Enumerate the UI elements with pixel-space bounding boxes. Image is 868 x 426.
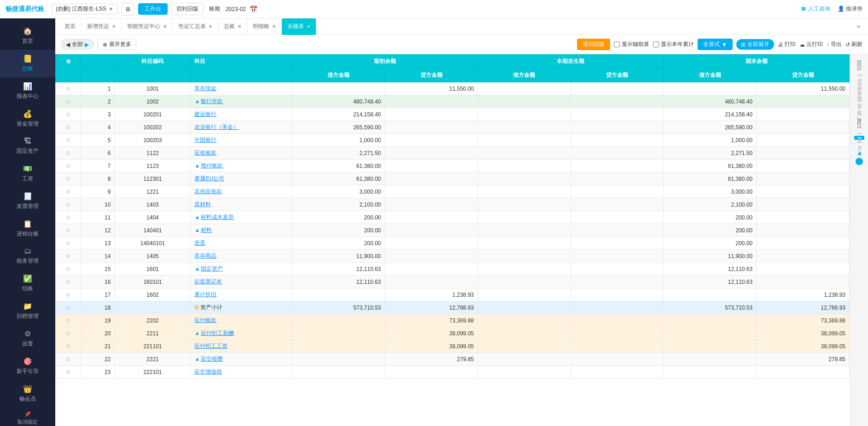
tab-home[interactable]: 首页	[59, 18, 82, 35]
show-aux-checkbox[interactable]: 显示辅助算	[614, 40, 649, 48]
copy-icon[interactable]: ⊞	[122, 3, 134, 16]
consultant-button[interactable]: ☎ 人工咨询	[801, 5, 830, 13]
row-settings-icon[interactable]: ⚙	[56, 173, 81, 185]
month-10[interactable]: 10月	[855, 95, 863, 102]
row-subject[interactable]: 中国银行	[191, 134, 292, 147]
subject-link[interactable]: 材料	[201, 227, 212, 233]
row-subject[interactable]: 赛属EU公司	[191, 173, 292, 185]
refresh-button[interactable]: ↺ 刷新	[845, 40, 862, 48]
sidebar-item-assets[interactable]: 🏗 固定资产	[0, 132, 55, 160]
subject-link[interactable]: 壹蛋	[194, 240, 205, 246]
subject-text[interactable]: 应付账款	[194, 317, 216, 323]
row-settings-icon[interactable]: ⚙	[56, 340, 81, 353]
th-gear[interactable]: ⚙	[56, 55, 81, 69]
show-ytd-checkbox[interactable]: 显示本年累计	[653, 40, 694, 48]
row-settings-icon[interactable]: ⚙	[56, 327, 81, 340]
row-subject[interactable]: 起提票记本	[191, 276, 292, 288]
row-settings-icon[interactable]: ⚙	[56, 314, 81, 327]
row-settings-icon[interactable]: ⚙	[56, 121, 81, 134]
row-subject[interactable]: 壹蛋	[191, 237, 292, 250]
toggle-expand-button[interactable]: ⊞ 全部展开	[736, 39, 774, 50]
tab-new-voucher-close[interactable]: ✕	[112, 24, 116, 29]
cloud-print-button[interactable]: ☁ 云打印	[799, 40, 823, 48]
month-6[interactable]: 6月	[855, 78, 863, 82]
row-settings-icon[interactable]: ⚙	[56, 108, 81, 121]
tab-smart-voucher[interactable]: 智能凭证中心 ✕	[122, 18, 173, 35]
row-settings-icon[interactable]: ⚙	[56, 301, 81, 314]
row-subject[interactable]: 库存现金	[191, 82, 292, 95]
sidebar-item-close[interactable]: ✅ 结账	[0, 270, 55, 297]
tab-smart-voucher-close[interactable]: ✕	[163, 24, 167, 29]
switch-version-button[interactable]: 切到旧版	[171, 3, 204, 15]
subject-link[interactable]: 应交增值税	[194, 368, 222, 375]
row-subject[interactable]: ▲银行存款	[191, 95, 292, 108]
row-subject[interactable]: ▲应付职工薪酬	[191, 327, 292, 340]
row-subject[interactable]: 原材料	[191, 198, 292, 211]
month-3[interactable]: 3月	[855, 140, 863, 144]
export-button[interactable]: ↑ 导出	[827, 40, 842, 48]
tab-general-ledger[interactable]: 总账 ✕	[218, 18, 247, 35]
row-settings-icon[interactable]: ⚙	[56, 160, 81, 173]
row-settings-icon[interactable]: ⚙	[56, 185, 81, 198]
show-aux-input[interactable]	[614, 41, 620, 47]
row-subject[interactable]: ▲预付账款	[191, 160, 292, 173]
expand-more-button[interactable]: ⊕ 展开更多	[98, 39, 136, 50]
month-7[interactable]: 7月	[855, 82, 863, 86]
unpin-button[interactable]: 📌 取消固定	[0, 408, 55, 426]
tab-new-voucher[interactable]: 新增凭证 ✕	[82, 18, 122, 35]
month-9[interactable]: 9月	[855, 91, 863, 95]
row-subject[interactable]: 其他应收款	[191, 185, 292, 198]
row-settings-icon[interactable]: ⚙	[56, 276, 81, 288]
month-11[interactable]: 11月	[855, 102, 863, 109]
sidebar-item-member[interactable]: 👑 畅会员	[0, 380, 55, 408]
subject-text[interactable]: 其他应收款	[194, 188, 222, 195]
row-settings-icon[interactable]: ⚙	[56, 353, 81, 366]
sidebar-item-payroll[interactable]: 💵 工资	[0, 160, 55, 187]
subject-text[interactable]: 预付账款	[201, 162, 223, 169]
tab-voucher-summary[interactable]: 凭证汇总表 ✕	[173, 18, 218, 35]
print-button[interactable]: 🖨 打印	[778, 40, 796, 48]
subject-link[interactable]: 应付职工工资	[194, 343, 227, 349]
company-selector[interactable]: (勿删) 江西股生-LSS ▼	[52, 4, 118, 14]
row-settings-icon[interactable]: ⚙	[56, 198, 81, 211]
sidebar-item-home[interactable]: 🏠 首页	[0, 22, 55, 50]
row-subject[interactable]: 累计折旧	[191, 288, 292, 301]
expand-panel-icon[interactable]: ◀	[857, 151, 861, 156]
row-settings-icon[interactable]: ⚙	[56, 237, 81, 250]
subject-text[interactable]: 银行存款	[201, 98, 223, 104]
subject-link[interactable]: 农业银行（美金）	[194, 124, 239, 130]
month-12[interactable]: 12月	[855, 109, 863, 116]
row-settings-icon[interactable]: ⚙	[56, 250, 81, 263]
full-form-button[interactable]: 全屏式 ▼	[698, 39, 733, 50]
row-subject[interactable]: 应付账款	[191, 314, 292, 327]
row-subject[interactable]: ▲材料	[191, 224, 292, 237]
sidebar-item-tax[interactable]: 🗂 税务管理	[0, 242, 55, 270]
filter-all-tag[interactable]: ◀ 全部 ▶	[61, 39, 94, 50]
sidebar-item-invoice[interactable]: 🧾 发票管理	[0, 187, 55, 215]
subject-text[interactable]: 应付职工薪酬	[201, 330, 234, 336]
row-settings-icon[interactable]: ⚙	[56, 82, 81, 95]
subject-text[interactable]: 累计折旧	[194, 291, 216, 298]
month-8[interactable]: 8月	[855, 86, 863, 91]
row-subject[interactable]: 应交增值税	[191, 366, 292, 379]
row-subject[interactable]: ⊞资产小计	[191, 301, 292, 314]
row-settings-icon[interactable]: ⚙	[56, 95, 81, 108]
sidebar-item-settings[interactable]: ⚙ 设置	[0, 325, 55, 352]
tab-detailed-ledger[interactable]: 明细账 ✕	[247, 18, 282, 35]
row-settings-icon[interactable]: ⚙	[56, 147, 81, 160]
sidebar-item-ledger[interactable]: 📒 总账	[0, 50, 55, 77]
row-subject[interactable]: ▲材料成本差异	[191, 211, 292, 224]
row-settings-icon[interactable]: ⚙	[56, 366, 81, 379]
panel-toggle-dot[interactable]	[856, 158, 863, 165]
sidebar-item-purchase[interactable]: 📋 进销台账	[0, 215, 55, 242]
month-2-active[interactable]: 2月	[854, 136, 864, 140]
show-ytd-input[interactable]	[653, 41, 659, 47]
subject-text[interactable]: 材料成本差异	[201, 214, 234, 220]
row-settings-icon[interactable]: ⚙	[56, 211, 81, 224]
row-settings-icon[interactable]: ⚙	[56, 288, 81, 301]
subject-text[interactable]: 库存商品	[194, 253, 216, 259]
tab-balance-close[interactable]: ✕	[307, 24, 310, 29]
row-settings-icon[interactable]: ⚙	[56, 224, 81, 237]
subject-link[interactable]: 中国银行	[194, 137, 216, 143]
subject-link[interactable]: 起提票记本	[194, 278, 222, 285]
